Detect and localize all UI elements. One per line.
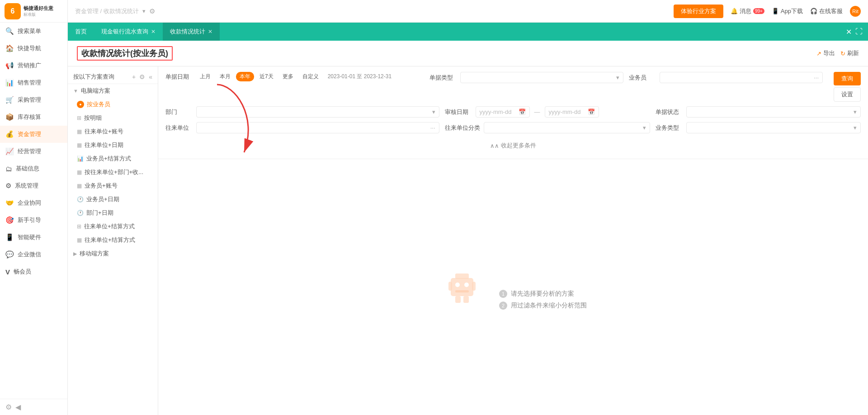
collapse-sidebar-icon[interactable]: ◀ [15,403,21,411]
tree-section-mobile-label[interactable]: ▶ 移动端方案 [68,247,158,260]
scheme-gear-icon[interactable]: ⚙ [139,73,145,80]
tree-item-dept-date[interactable]: 🕐 部门+日期 [71,206,158,220]
sidebar-item-inventory[interactable]: 📦 库存核算 [0,108,67,126]
partner-select[interactable]: ··· [196,122,439,133]
notification-badge: 99+ [753,8,764,14]
setting-button[interactable]: 设置 [834,87,861,102]
voucher-status-select[interactable]: ▾ [686,106,861,118]
tab-receipt[interactable]: 收款情况统计 ✕ [163,23,220,41]
tree-item-partner-dept-label: 按往来单位+部门+收... [85,168,143,176]
sidebar-item-search[interactable]: 🔍 搜索菜单 [0,23,67,40]
tree-item-sales-date-label: 业务员+日期 [86,195,119,203]
salesperson-select[interactable]: ··· [660,72,823,83]
refresh-button[interactable]: ↻ 刷新 [840,49,859,57]
tree-mobile-arrow: ▶ [73,251,77,257]
partner-dots[interactable]: ··· [430,124,435,131]
tree-item-sales-settle[interactable]: 📊 业务员+结算方式 [71,152,158,165]
empty-tip-2: 2 用过滤条件来缩小分析范围 [499,302,587,310]
settings-icon[interactable]: ⚙ [5,403,12,411]
customer-service-label: 在线客服 [819,7,843,15]
sidebar-menu: 🔍 搜索菜单 🏠 快捷导航 📢 营销推广 📊 销售管理 🛒 采购管理 📦 库存核… [0,23,67,399]
main-area: 资金管理 / 收款情况统计 ▾ ⚙ 体验行业方案 🔔 消息 99+ 📱 App下… [68,0,868,415]
download-icon: 📱 [772,8,779,14]
date-tab-7days[interactable]: 近7天 [256,72,277,81]
sidebar-item-basic[interactable]: 🗂 基础信息 [0,160,67,177]
sidebar-item-wechat[interactable]: 💬 企业微信 [0,246,67,263]
export-button[interactable]: ↗ 导出 [816,49,835,57]
user-action[interactable]: Rit [850,6,861,17]
date-tab-this-year[interactable]: 本年 [236,72,254,81]
finance-icon: 💰 [5,130,14,138]
logo-icon: 6 [5,3,21,19]
collapse-button[interactable]: ∧∧ 收起更多条件 [486,138,540,153]
business-type-select[interactable]: ▾ [686,122,861,133]
collapse-icon: ∧∧ [490,142,499,149]
tree-item-sales-account[interactable]: ▦ 业务员+账号 [71,179,158,193]
partner-category-row: 往来单位分类 ▾ [445,122,650,133]
tree-item-partner-date[interactable]: ▦ 往来单位+日期 [71,138,158,152]
sidebar-item-finance[interactable]: 💰 资金管理 [0,126,67,143]
sidebar-item-enterprise[interactable]: 🤝 企业协同 [0,194,67,212]
customer-service-action[interactable]: 🎧 在线客服 [810,7,843,15]
operation-icon: 📈 [5,147,14,156]
tree-icon-partner-date: ▦ [77,142,82,148]
tree-item-by-detail[interactable]: ⊞ 按明细 [71,111,158,125]
partner-category-select[interactable]: ▾ [484,122,650,133]
tree-item-partner-settle2[interactable]: ▦ 往来单位+结算方式 [71,233,158,247]
add-scheme-icon[interactable]: + [132,73,136,80]
trial-button[interactable]: 体验行业方案 [674,5,723,18]
sidebar-item-hardware[interactable]: 📱 智能硬件 [0,229,67,246]
breadcrumb-dropdown-icon[interactable]: ▾ [142,8,146,14]
tree-section-desktop-text: 电脑端方案 [81,87,110,95]
tip-num-1: 1 [499,290,507,298]
export-icon: ↗ [816,50,821,57]
sidebar-item-member[interactable]: V 畅会员 [0,263,67,280]
collapse-panel-icon[interactable]: « [149,73,152,80]
sidebar-item-purchase[interactable]: 🛒 采购管理 [0,91,67,108]
tree-section-mobile-text: 移动端方案 [80,250,109,258]
tree-item-partner-dept[interactable]: ▦ 按往来单位+部门+收... [71,165,158,179]
dept-select[interactable]: ▾ [196,106,439,118]
tree-section-desktop-label[interactable]: ▼ 电脑端方案 [68,84,158,98]
tree-item-sales-date[interactable]: 🕐 业务员+日期 [71,193,158,206]
sidebar-item-marketing[interactable]: 📢 营销推广 [0,57,67,74]
tree-item-partner-account[interactable]: ▦ 往来单位+账号 [71,125,158,138]
tab-bank[interactable]: 现金银行流水查询 ✕ [94,23,163,41]
tree-item-partner-settle1[interactable]: ⊞ 往来单位+结算方式 [71,220,158,233]
review-date-to-text: yyyy-mm-dd [549,108,581,115]
tab-receipt-close-icon[interactable]: ✕ [208,28,212,35]
tab-fullscreen-icon[interactable]: ⛶ [855,28,863,36]
salesperson-dots[interactable]: ··· [814,74,819,81]
sidebar-label-inventory: 库存核算 [18,113,41,121]
tab-home[interactable]: 首页 [68,23,94,41]
app-download-action[interactable]: 📱 App下载 [772,7,803,15]
notification-action[interactable]: 🔔 消息 99+ [731,7,764,15]
svg-rect-7 [455,296,461,303]
tab-bank-label: 现金银行流水查询 [101,28,148,36]
sidebar-item-system[interactable]: ⚙ 系统管理 [0,177,67,194]
date-tab-this-month[interactable]: 本月 [216,72,234,81]
tree-item-by-salesperson[interactable]: ● 按业务员 [71,98,158,111]
tree-icon-sales-account: ▦ [77,183,82,189]
review-date-to[interactable]: yyyy-mm-dd 📅 [545,106,599,118]
tab-bank-close-icon[interactable]: ✕ [151,28,156,35]
sidebar-item-operation[interactable]: 📈 经营管理 [0,143,67,160]
review-date-from[interactable]: yyyy-mm-dd 📅 [476,106,530,118]
breadcrumb: 资金管理 / 收款情况统计 [75,7,139,15]
tab-close-all-icon[interactable]: ✕ [846,28,852,36]
query-button[interactable]: 查询 [834,72,861,85]
sidebar-item-quicknav[interactable]: 🏠 快捷导航 [0,40,67,57]
tree-icon-partner-dept: ▦ [77,169,82,175]
header-gear-icon[interactable]: ⚙ [149,7,155,15]
sidebar-item-sales[interactable]: 📊 销售管理 [0,74,67,91]
svg-rect-4 [455,290,469,292]
voucher-type-select[interactable]: ▾ [460,72,623,83]
date-tab-custom[interactable]: 自定义 [299,72,322,81]
date-tab-last-month[interactable]: 上月 [196,72,214,81]
date-tab-more[interactable]: 更多 [279,72,297,81]
sidebar-logo: 6 畅捷通好生意 标准版 [0,0,67,23]
logo-text: 畅捷通好生意 标准版 [24,5,53,18]
partner-row: 往来单位 ··· [165,122,439,133]
sidebar-item-newbie[interactable]: 🎯 新手引导 [0,212,67,229]
newbie-icon: 🎯 [5,216,14,224]
